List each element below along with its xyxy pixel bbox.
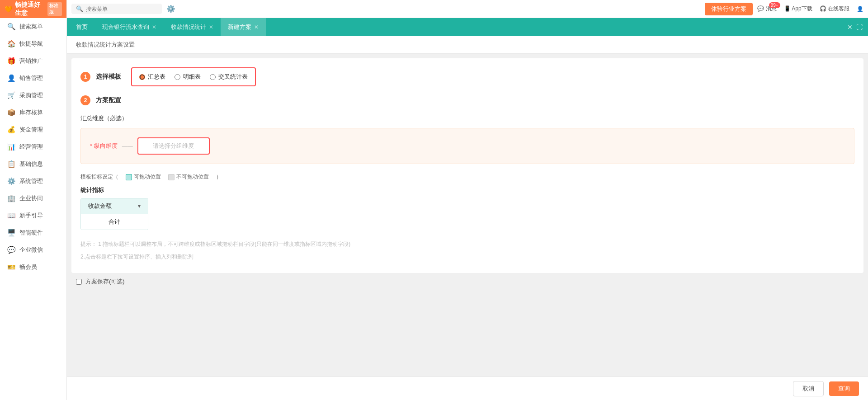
footer: 取消 查询	[67, 376, 868, 400]
sidebar-item-purchase[interactable]: 🛒 采购管理	[0, 87, 66, 104]
indicator-col-label: 收款金额	[88, 202, 112, 210]
sidebar-item-operations[interactable]: 📊 经营管理	[0, 138, 66, 155]
legend-draggable-label: 可拖动位置	[134, 173, 161, 181]
indicator-dropdown-icon[interactable]: ▾	[138, 203, 141, 209]
indicator-header[interactable]: 收款金额 ▾	[81, 198, 148, 214]
radio-detail-input[interactable]	[175, 74, 180, 80]
tab-receipt-stats[interactable]: 收款情况统计 ✕	[164, 18, 221, 36]
radio-detail[interactable]: 明细表	[175, 73, 201, 81]
arrow-icon: ——	[122, 143, 133, 149]
search-menu-icon: 🔍	[7, 23, 16, 31]
vertical-dimension-row: * 纵向维度 —— 请选择分组维度	[90, 137, 210, 155]
tab-home[interactable]: 首页	[69, 18, 95, 36]
radio-summary-input[interactable]	[139, 74, 145, 80]
member-icon: 🎫	[7, 263, 16, 271]
logo-icon: 🧡	[5, 5, 12, 13]
sidebar-item-label: 智能硬件	[19, 229, 43, 237]
sidebar-item-inventory[interactable]: 📦 库存核算	[0, 104, 66, 121]
dimension-placeholder: 请选择分组维度	[153, 142, 194, 149]
maximize-icon[interactable]: ⛶	[856, 24, 863, 31]
sidebar-item-system[interactable]: ⚙️ 系统管理	[0, 173, 66, 190]
indicator-table: 收款金额 ▾ 合计	[80, 198, 148, 230]
cancel-button[interactable]: 取消	[793, 381, 824, 396]
sidebar-item-basic-info[interactable]: 📋 基础信息	[0, 155, 66, 173]
step1-label: 选择模板	[96, 73, 121, 81]
sidebar-item-member[interactable]: 🎫 畅会员	[0, 259, 66, 276]
sidebar-item-label: 经营管理	[19, 143, 43, 151]
search-icon: 🔍	[76, 5, 83, 12]
tab-bank-flow[interactable]: 现金银行流水查询 ✕	[95, 18, 164, 36]
indicator-legend: 模板指标设定（ 可拖动位置 不可拖动位置 ）	[80, 173, 854, 181]
download-link[interactable]: 📱 App下载	[784, 5, 812, 13]
message-icon: 💬	[757, 5, 764, 12]
purchase-icon: 🛒	[7, 91, 16, 99]
step1-row: 1 选择模板 汇总表 明细表 交叉统计表	[80, 67, 854, 86]
app-badge: 标准版	[47, 2, 62, 16]
sidebar-item-smart-hw[interactable]: 🖥️ 智能硬件	[0, 224, 66, 241]
dimension-select[interactable]: 请选择分组维度	[137, 137, 210, 155]
service-link[interactable]: 🎧 在线客服	[820, 5, 849, 13]
legend-draggable: 可拖动位置	[126, 173, 161, 181]
sidebar: 🧡 畅捷通好生意 标准版 🔍 搜索菜单 🏠 快捷导航 🎁 营销推广 👤 销售管理…	[0, 0, 67, 400]
tab-new-plan[interactable]: 新建方案 ✕	[221, 18, 266, 36]
user-info[interactable]: 👤	[857, 6, 863, 12]
page-title: 收款情况统计方案设置	[76, 41, 135, 48]
topbar-actions: 💬 99+ 消息 📱 App下载 🎧 在线客服 👤	[757, 5, 863, 13]
radio-cross-input[interactable]	[210, 74, 216, 80]
system-icon: ⚙️	[7, 177, 16, 185]
radio-summary-label: 汇总表	[148, 73, 165, 81]
tab-home-label: 首页	[76, 23, 88, 31]
indicator-total-row: 合计	[81, 214, 148, 230]
sidebar-item-capital[interactable]: 💰 资金管理	[0, 121, 66, 138]
sidebar-item-marketing[interactable]: 🎁 营销推广	[0, 52, 66, 70]
message-badge[interactable]: 💬 99+ 消息	[757, 5, 776, 13]
indicator-title: 统计指标	[80, 186, 854, 194]
step1-number: 1	[80, 72, 90, 82]
sales-icon: 👤	[7, 74, 16, 82]
sidebar-item-quick-nav[interactable]: 🏠 快捷导航	[0, 35, 66, 52]
radio-cross[interactable]: 交叉统计表	[210, 73, 248, 81]
template-select-box: 汇总表 明细表 交叉统计表	[131, 67, 256, 86]
tabbar: 首页 现金银行流水查询 ✕ 收款情况统计 ✕ 新建方案 ✕ ✕ ⛶	[67, 18, 868, 36]
app-logo: 🧡 畅捷通好生意 标准版	[0, 0, 66, 18]
save-label: 方案保存(可选)	[85, 278, 125, 286]
search-input[interactable]	[86, 6, 149, 12]
dimension-section-title: 汇总维度（必选）	[80, 114, 854, 122]
gift-icon: 🎁	[7, 57, 16, 65]
tab-receipt-stats-label: 收款情况统计	[171, 23, 206, 31]
close-window-icon[interactable]: ✕	[847, 24, 853, 31]
sidebar-item-sales[interactable]: 👤 销售管理	[0, 70, 66, 87]
tab-receipt-stats-close[interactable]: ✕	[209, 24, 213, 30]
capital-icon: 💰	[7, 126, 16, 134]
tab-new-plan-label: 新建方案	[228, 23, 251, 31]
sidebar-item-label: 搜索菜单	[19, 23, 43, 31]
tab-bank-flow-close[interactable]: ✕	[152, 24, 156, 30]
tab-new-plan-close[interactable]: ✕	[254, 24, 259, 30]
save-checkbox[interactable]	[76, 279, 82, 285]
sidebar-item-guide[interactable]: 📖 新手引导	[0, 207, 66, 224]
draggable-icon	[126, 174, 132, 180]
step2-label: 方案配置	[96, 96, 121, 104]
operations-icon: 📊	[7, 143, 16, 151]
gear-icon[interactable]: ⚙️	[166, 5, 175, 13]
sidebar-item-label: 新手引导	[19, 212, 43, 220]
inventory-icon: 📦	[7, 108, 16, 117]
sidebar-item-label: 快捷导航	[19, 40, 43, 48]
sidebar-item-wechat[interactable]: 💬 企业微信	[0, 241, 66, 259]
sidebar-item-label: 营销推广	[19, 57, 43, 65]
trial-button[interactable]: 体验行业方案	[705, 3, 753, 15]
tip-2: 2.点击标题栏下拉可设置排序、插入列和删除列	[80, 251, 854, 262]
wechat-icon: 💬	[7, 246, 16, 254]
sidebar-item-label: 系统管理	[19, 177, 43, 185]
query-button[interactable]: 查询	[829, 381, 859, 396]
sidebar-item-search-menu[interactable]: 🔍 搜索菜单	[0, 18, 66, 35]
search-box[interactable]: 🔍	[71, 4, 162, 14]
radio-cross-label: 交叉统计表	[218, 73, 248, 81]
sidebar-item-enterprise[interactable]: 🏢 企业协同	[0, 190, 66, 207]
radio-summary[interactable]: 汇总表	[139, 73, 165, 81]
smart-hw-icon: 🖥️	[7, 229, 16, 237]
content-area: 收款情况统计方案设置 1 选择模板 汇总表 明细表	[67, 36, 868, 376]
dimension-grid: * 纵向维度 —— 请选择分组维度	[80, 128, 854, 164]
basic-info-icon: 📋	[7, 160, 16, 168]
indicator-legend-label: 模板指标设定（	[80, 173, 118, 181]
